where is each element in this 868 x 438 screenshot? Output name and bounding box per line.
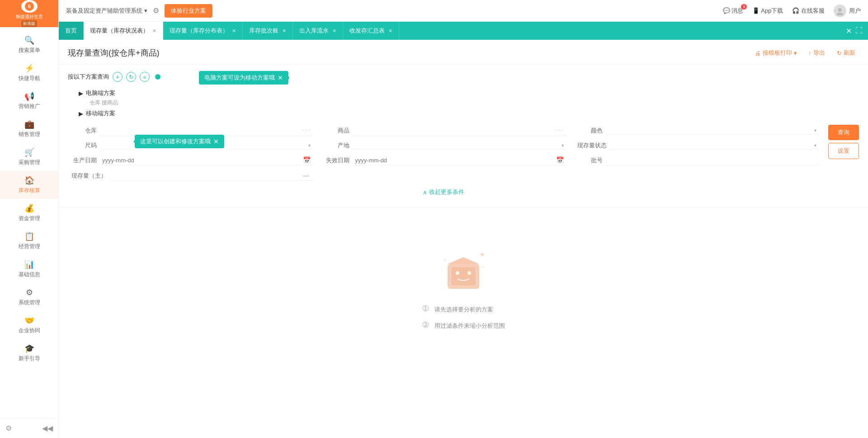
collapse-filter-btn[interactable]: ∧ 收起更多条件 — [423, 188, 464, 196]
sidebar-label-quicknav: 快捷导航 — [19, 75, 40, 82]
page-header: 现存量查询(按仓库+商品) 🖨 按模板打印 ▾ ↑ 导出 ↻ 刷新 — [59, 40, 868, 65]
search-btn-area: 查询 设置 — [828, 125, 859, 159]
sidebar-label-system: 系统管理 — [19, 299, 40, 306]
experience-btn[interactable]: 体验行业方案 — [165, 4, 212, 18]
stock-qty-label: 现存量（主） — [71, 172, 107, 180]
page-actions: 🖨 按模板打印 ▾ ↑ 导出 ↻ 刷新 — [751, 47, 859, 59]
user-label: 用户 — [849, 7, 861, 15]
expire-date-start[interactable] — [355, 157, 554, 164]
tab-batch-ledger-close[interactable]: ✕ — [282, 28, 286, 34]
tabs-close-all-icon[interactable]: ✕ — [846, 27, 852, 35]
prod-date-calendar[interactable]: 📅 — [303, 156, 311, 164]
print-btn[interactable]: 🖨 按模板打印 ▾ — [751, 47, 801, 59]
sidebar-item-enterprise[interactable]: 🤝 企业协同 — [0, 311, 58, 339]
warehouse-dots[interactable]: ··· — [302, 126, 311, 134]
sidebar-item-inventory[interactable]: 🏠 库存核算 — [0, 171, 58, 199]
batch-input[interactable] — [608, 157, 816, 164]
warehouse-label: 仓库 — [71, 127, 97, 135]
tab-home[interactable]: 首页 — [59, 22, 84, 40]
expire-date-calendar[interactable]: 📅 — [556, 156, 564, 164]
search-btn[interactable]: 查询 — [828, 125, 859, 140]
tab-inout-flow-close[interactable]: ✕ — [332, 28, 336, 34]
sidebar-item-finance[interactable]: 💰 资金管理 — [0, 199, 58, 227]
sidebar-item-search[interactable]: 🔍 搜索菜单 — [0, 31, 58, 59]
scheme-list: ▶ 电脑端方案 仓库 接商品 ▶ 移动端方案 — [68, 87, 859, 119]
sidebar-label-guide: 新手引导 — [19, 355, 40, 363]
export-btn[interactable]: ↑ 导出 — [805, 47, 829, 59]
tabs-maximize-icon[interactable]: ⛶ — [855, 27, 863, 35]
tab-inventory-dist[interactable]: 现存量（库存分布表） ✕ — [163, 22, 243, 40]
goods-dots[interactable]: ··· — [555, 126, 563, 134]
topbar-settings-icon[interactable]: ⚙ — [153, 6, 159, 15]
tab-inventory-dist-close[interactable]: ✕ — [232, 28, 236, 34]
tab-inventory-dist-label: 现存量（库存分布表） — [170, 27, 228, 35]
filter-item-color: 颜色 ▾ — [577, 125, 819, 136]
stock-status-label: 现存量状态 — [577, 141, 607, 150]
quicknav-icon: ⚡ — [24, 63, 34, 73]
stock-qty-min[interactable] — [112, 172, 298, 179]
scheme-desktop-arrow: ▶ — [79, 90, 83, 97]
scheme-tooltip-desktop-close[interactable]: ✕ — [278, 74, 283, 81]
reset-btn[interactable]: 设置 — [828, 143, 859, 159]
refresh-scheme-btn[interactable]: ↻ — [126, 72, 136, 82]
sidebar-label-purchase: 采购管理 — [19, 159, 40, 166]
svg-text:6: 6 — [28, 4, 30, 9]
topbar-right: 💬 消息 9 📱 App下载 🎧 在线客服 用户 — [723, 5, 861, 17]
filter-header: 按以下方案查询 + ↻ « — [68, 72, 859, 82]
sidebar-item-sales[interactable]: 💼 销售管理 — [0, 115, 58, 143]
sidebar-item-guide[interactable]: 🎓 新手引导 — [0, 339, 58, 367]
scheme-desktop-label: 电脑端方案 — [86, 89, 115, 97]
tab-batch-ledger[interactable]: 库存批次账 ✕ — [243, 22, 293, 40]
origin-label: 产地 — [324, 141, 349, 150]
sidebar-item-marketing[interactable]: 📢 营销推广 — [0, 87, 58, 115]
goods-label: 商品 — [324, 127, 349, 135]
size-label: 尺码 — [71, 141, 97, 150]
filter-item-goods: 商品 ··· — [324, 125, 566, 136]
online-support-btn[interactable]: 🎧 在线客服 — [792, 7, 825, 15]
app-download-btn[interactable]: 📱 App下载 — [752, 7, 783, 15]
stock-status-select[interactable]: ▾ — [609, 141, 819, 150]
refresh-btn[interactable]: ↻ 刷新 — [833, 47, 859, 59]
svg-text:✦: ✦ — [479, 251, 485, 259]
sidebar-item-system[interactable]: ⚙ 系统管理 — [0, 283, 58, 311]
tab-home-label: 首页 — [65, 27, 77, 35]
sidebar-item-operation[interactable]: 📋 经营管理 — [0, 227, 58, 255]
settings-footer-icon[interactable]: ⚙ — [5, 424, 12, 433]
scheme-mobile[interactable]: ▶ 移动端方案 — [75, 108, 859, 119]
tab-recv-send-close[interactable]: ✕ — [388, 28, 392, 34]
user-area[interactable]: 用户 — [834, 5, 861, 17]
filter-row-4: 现存量（主） — — [71, 171, 819, 181]
system-name-select[interactable]: 装备及固定资产辅助管理系统 ▾ — [66, 7, 147, 15]
filter-item-batch: 批号 — [577, 155, 819, 165]
filter-row-3: 生产日期 📅 失效日期 📅 — [71, 155, 819, 165]
hint-text-1: 请先选择要分析的方案 — [434, 306, 493, 313]
sidebar-item-quicknav[interactable]: ⚡ 快捷导航 — [0, 59, 58, 87]
page-title: 现存量查询(按仓库+商品) — [68, 47, 160, 58]
goods-input[interactable] — [355, 127, 555, 134]
tab-inout-flow[interactable]: 出入库流水 ✕ — [293, 22, 343, 40]
origin-select[interactable]: ▾ — [352, 141, 566, 150]
purchase-icon: 🛒 — [24, 147, 34, 157]
sidebar-item-purchase[interactable]: 🛒 采购管理 — [0, 143, 58, 171]
filter-item-prod-date: 生产日期 📅 — [71, 155, 313, 165]
sidebar-item-basic[interactable]: 📊 基础信息 — [0, 255, 58, 283]
scheme-tooltip-edit: 这里可以创建和修改方案哦 ✕ — [135, 135, 224, 148]
scheme-desktop[interactable]: ▶ 电脑端方案 — [75, 87, 859, 99]
collapse-filter-label: 收起更多条件 — [429, 188, 464, 196]
add-scheme-btn[interactable]: + — [113, 72, 123, 82]
collapse-sidebar-icon[interactable]: ◀◀ — [42, 424, 53, 433]
scheme-tooltip-edit-close[interactable]: ✕ — [213, 138, 219, 145]
export-label: 导出 — [813, 49, 825, 57]
color-select[interactable]: ▾ — [605, 127, 819, 135]
notification-btn[interactable]: 💬 消息 9 — [723, 7, 744, 15]
tab-inventory-status-close[interactable]: ✕ — [152, 28, 156, 34]
svg-point-7 — [467, 271, 471, 275]
back-scheme-btn[interactable]: « — [140, 72, 150, 82]
tab-inventory-status[interactable]: 现存量（库存状况表） ✕ — [84, 22, 163, 40]
warehouse-input[interactable] — [102, 127, 302, 134]
prod-date-start[interactable] — [102, 157, 301, 164]
phone-icon: 📱 — [752, 7, 760, 14]
chevron-down-icon: ▾ — [144, 7, 147, 14]
tab-recv-send[interactable]: 收发存汇总表 ✕ — [343, 22, 399, 40]
sidebar-label-marketing: 营销推广 — [19, 103, 40, 110]
